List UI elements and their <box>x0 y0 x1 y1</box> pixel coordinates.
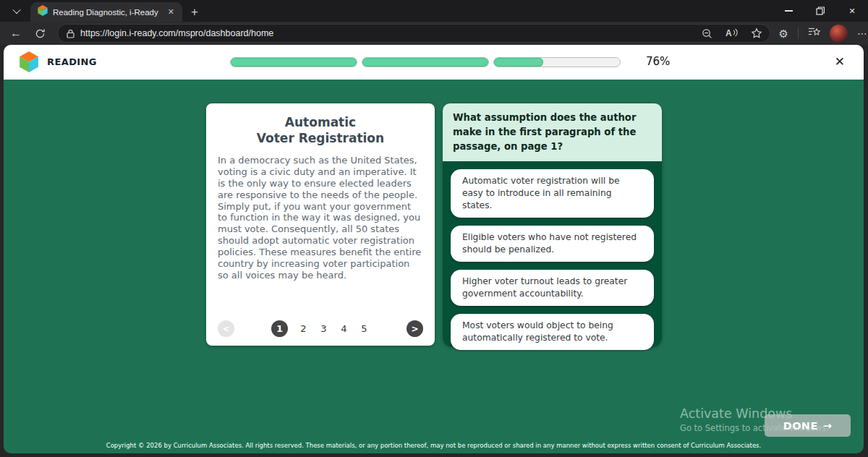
iready-page: READING 76% ✕ Automatic Voter Registrati… <box>4 45 864 453</box>
chevron-down-icon <box>12 6 20 14</box>
page-number-4[interactable]: 4 <box>339 323 349 334</box>
page-number-5[interactable]: 5 <box>359 323 369 334</box>
minimize-icon <box>785 10 793 12</box>
page-numbers: 1 2 3 4 5 <box>271 320 369 337</box>
refresh-button[interactable] <box>35 28 46 39</box>
question-prompt: What assumption does the author make in … <box>443 103 662 161</box>
passage-card: Automatic Voter Registration In a democr… <box>206 103 435 346</box>
zoom-page-button[interactable] <box>702 28 712 39</box>
progress-bar-2-fill <box>362 58 488 67</box>
read-aloud-icon <box>733 28 738 37</box>
answer-option-2[interactable]: Eligible voters who have not registered … <box>451 226 654 262</box>
add-favorite-button[interactable] <box>751 27 762 39</box>
tab-search-button[interactable] <box>7 3 26 19</box>
page-number-2[interactable]: 2 <box>299 323 308 334</box>
next-page-button[interactable]: > <box>407 320 423 337</box>
window-controls: ✕ <box>773 0 868 22</box>
star-icon <box>751 27 762 39</box>
copyright-text: Copyright © 2026 by Curriculum Associate… <box>4 442 864 449</box>
browser-window: Reading Diagnostic, i-Ready ✕ + ✕ ← <box>0 0 868 457</box>
arrow-right-icon: → <box>823 420 833 432</box>
favorites-list-button[interactable] <box>808 27 820 40</box>
close-lesson-icon[interactable]: ✕ <box>835 54 845 69</box>
address-bar[interactable]: https://login.i-ready.com/mspro/dashboar… <box>57 24 770 43</box>
passage-title-line2: Voter Registration <box>206 130 435 146</box>
answer-option-3[interactable]: Higher voter turnout leads to greater go… <box>451 270 654 306</box>
passage-title-line1: Automatic <box>206 114 435 130</box>
back-button[interactable]: ← <box>10 27 22 39</box>
new-tab-button[interactable]: + <box>191 6 198 18</box>
page-number-3[interactable]: 3 <box>319 323 328 334</box>
answer-option-1[interactable]: Automatic voter registration will be eas… <box>451 169 654 218</box>
toolbar-divider <box>798 27 799 39</box>
tab-close-icon[interactable]: ✕ <box>166 7 176 17</box>
answer-option-4[interactable]: Most voters would object to being automa… <box>451 314 654 350</box>
done-button[interactable]: DONE → <box>765 414 851 437</box>
page-number-1[interactable]: 1 <box>271 320 288 337</box>
read-aloud-button[interactable]: A <box>726 28 738 38</box>
browser-menu-icon[interactable]: ⋯ <box>857 27 868 39</box>
extensions-icon[interactable]: ⚙ <box>779 28 788 39</box>
progress-bar-3 <box>493 57 621 67</box>
progress-bar-1 <box>230 57 357 67</box>
restore-icon <box>816 7 825 15</box>
question-panel: What assumption does the author make in … <box>443 103 662 347</box>
progress-bar-2 <box>362 57 489 67</box>
close-window-button[interactable]: ✕ <box>836 0 868 22</box>
tab-title: Reading Diagnostic, i-Ready <box>53 8 161 17</box>
progress-bar-3-fill <box>494 58 543 67</box>
passage-pagination: < 1 2 3 4 5 > <box>206 320 435 338</box>
lesson-header: READING 76% ✕ <box>4 45 864 80</box>
iready-logo-icon <box>20 51 38 75</box>
iready-favicon-icon <box>38 5 48 19</box>
progress-percent: 76% <box>646 55 670 68</box>
url-text[interactable]: https://login.i-ready.com/mspro/dashboar… <box>80 28 689 38</box>
passage-title: Automatic Voter Registration <box>206 114 435 147</box>
progress-bar-1-fill <box>231 58 357 67</box>
passage-text: In a democracy such as the United States… <box>218 155 423 281</box>
favorites-list-icon <box>808 27 820 37</box>
magnifier-minus-icon <box>702 28 712 39</box>
answer-options: Automatic voter registration will be eas… <box>443 161 662 350</box>
profile-avatar[interactable] <box>830 25 848 43</box>
toolbar-right: ⚙ ⋯ <box>779 25 868 43</box>
restore-button[interactable] <box>804 0 836 22</box>
minimize-button[interactable] <box>773 0 804 22</box>
done-label: DONE <box>783 420 818 432</box>
subject-label: READING <box>47 56 97 67</box>
lock-icon <box>67 29 75 38</box>
refresh-icon <box>35 28 46 39</box>
browser-tab-strip: Reading Diagnostic, i-Ready ✕ + ✕ <box>0 0 868 22</box>
browser-toolbar: ← https://login.i-ready.com/mspro/dashbo… <box>0 22 868 45</box>
progress-bars <box>230 57 621 67</box>
prev-page-button[interactable]: < <box>218 320 234 337</box>
browser-tab-active[interactable]: Reading Diagnostic, i-Ready ✕ <box>30 2 182 22</box>
lesson-body: Automatic Voter Registration In a democr… <box>4 80 864 453</box>
